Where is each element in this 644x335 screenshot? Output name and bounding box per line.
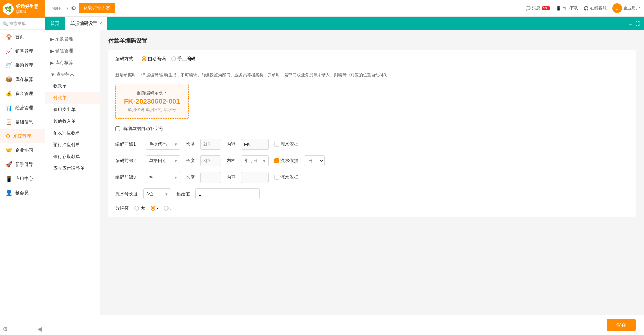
sidebar-item-purchase[interactable]: 🛒 采购管理 [0, 58, 45, 72]
serial-length-value: 3位 [146, 191, 153, 197]
logo-icon: 🌿 [3, 3, 14, 15]
separator-label: 分隔符 [115, 205, 129, 211]
side-nav-receipt[interactable]: 收款单 [45, 80, 100, 92]
prefix1-select[interactable]: 单据代码 ▾ [146, 139, 180, 150]
sep-none-radio[interactable] [134, 206, 139, 211]
prefix2-stream-label: 流水依据 [280, 158, 298, 164]
sep-dash-radio[interactable] [151, 206, 155, 211]
tab-bar: 首页 单据编码设置 × 🗕 ⛶ [45, 17, 644, 30]
tab-maximize-icon[interactable]: ⛶ [635, 21, 640, 26]
prefix2-select[interactable]: 单据日期 ▾ [146, 155, 180, 166]
auto-fill-checkbox[interactable] [115, 126, 120, 131]
preview-label: 当前编码示例： [124, 90, 180, 96]
side-nav-capital-title[interactable]: ▼ 资金往来 [45, 68, 100, 80]
sales-icon: 📈 [6, 48, 12, 54]
sidebar-item-home[interactable]: 🏠 首页 [0, 30, 45, 44]
side-nav-inventory-title[interactable]: ▶ 库存核算 [45, 57, 100, 68]
prefix2-day-select[interactable]: 日 月 年 [304, 155, 325, 166]
enterprise-icon: 🤝 [6, 147, 12, 153]
app-icon: 📱 [556, 6, 561, 11]
manual-encode-option[interactable]: 手工编码 [171, 56, 195, 62]
prefix3-select[interactable]: 空 ▾ [146, 172, 180, 183]
trial-button[interactable]: 体验行业方案 [79, 3, 115, 13]
user-info[interactable]: U 企业用户 [612, 3, 640, 13]
topbar-gear-icon[interactable]: ⚙ [71, 5, 76, 11]
manual-encode-label: 手工编码 [177, 56, 195, 62]
sep-dot-radio[interactable] [164, 206, 169, 211]
online-service-item[interactable]: 🎧 在线客服 [584, 5, 607, 11]
sidebar-item-enterprise[interactable]: 🤝 企业协同 [0, 143, 45, 157]
auto-encode-radio[interactable] [142, 56, 146, 61]
encode-method-row: 编码方式 自动编码 手工编码 [115, 56, 629, 66]
prefix2-content-select[interactable]: 年月日 ▾ [241, 155, 269, 166]
sidebar-item-label: 资金管理 [15, 91, 33, 97]
logo-text: 畅通好生意 搭配版 [16, 4, 38, 14]
prefix1-value: 单据代码 [149, 141, 167, 147]
app-download-item[interactable]: 📱 App下载 [556, 5, 578, 11]
prefix3-stream-checkbox[interactable] [274, 175, 279, 180]
serial-start-input[interactable] [195, 188, 260, 199]
prefix2-row: 编码前缀2 单据日期 ▾ 长度 8位 内容 年月日 ▾ ✓ [115, 155, 629, 166]
side-nav-prepaid-recv[interactable]: 预收冲应收单 [45, 127, 100, 139]
chevron-down-icon: ▼ [50, 72, 55, 77]
tab-home[interactable]: 首页 [45, 17, 65, 30]
encode-settings-card: 编码方式 自动编码 手工编码 [108, 50, 636, 217]
auto-encode-option[interactable]: 自动编码 [142, 56, 166, 62]
sep-dash-option[interactable]: - [151, 206, 158, 211]
manual-encode-radio[interactable] [171, 56, 176, 61]
side-nav-sales-title[interactable]: ▶ 销售管理 [45, 45, 100, 57]
tab-bar-actions: 🗕 ⛶ [628, 21, 644, 26]
sep-dot-option[interactable]: . [164, 206, 171, 211]
topbar-brand: Nare [49, 6, 64, 11]
side-nav-adjust[interactable]: 应收应付调整单 [45, 162, 100, 174]
sidebar-item-system[interactable]: ⚙ 系统管理 [0, 129, 45, 143]
sep-none-option[interactable]: 无 [134, 205, 145, 211]
serial-length-label: 流水号长度 [115, 191, 138, 197]
newguide-icon: 🚀 [6, 161, 12, 168]
finance-icon: 💰 [6, 90, 12, 97]
prefix3-stream: 流水依据 [274, 174, 298, 180]
sidebar-item-sales[interactable]: 📈 销售管理 [0, 44, 45, 58]
tab-encode-settings[interactable]: 单据编码设置 × [65, 17, 107, 30]
prefix1-stream-checkbox[interactable] [274, 142, 279, 147]
prefix3-stream-label: 流水依据 [280, 174, 298, 180]
prefix1-label: 编码前缀1 [115, 141, 140, 147]
side-nav-other-income[interactable]: 其他收入单 [45, 115, 100, 127]
search-menu[interactable]: 🔍 搜索菜单 [0, 18, 45, 30]
tab-minimize-icon[interactable]: 🗕 [628, 21, 633, 26]
avatar: U [612, 3, 622, 13]
collapse-icon[interactable]: ◀ [38, 326, 42, 332]
sidebar-item-operation[interactable]: 📊 经营管理 [0, 101, 45, 115]
purchase-icon: 🛒 [6, 62, 12, 68]
page-title: 付款单编码设置 [108, 37, 636, 45]
settings-footer-icon[interactable]: ⚙ [3, 326, 8, 332]
sidebar-nav: 🏠 首页 📈 销售管理 🛒 采购管理 📦 库存核算 💰 资金管理 📊 经营管理 … [0, 30, 45, 323]
sidebar-item-finance[interactable]: 💰 资金管理 [0, 86, 45, 101]
prefix1-len-label: 长度 [186, 141, 195, 147]
sep-none-label: 无 [141, 205, 145, 211]
message-badge-item[interactable]: 💬 消息 99+ [526, 5, 550, 11]
side-nav-group-sales: ▶ 销售管理 [45, 45, 100, 57]
sidebar-item-appcenter[interactable]: 📱 应用中心 [0, 171, 45, 186]
service-icon: 🎧 [584, 6, 589, 11]
operation-icon: 📊 [6, 104, 12, 111]
sidebar-item-inventory[interactable]: 📦 库存核算 [0, 72, 45, 86]
app-download-label: App下载 [563, 5, 578, 11]
side-nav-purchase-title[interactable]: ▶ 采购管理 [45, 33, 100, 45]
sidebar-item-label: 系统管理 [13, 133, 31, 139]
sidebar-item-basic[interactable]: 📋 基础信息 [0, 115, 45, 129]
prefix2-stream-checkbox[interactable]: ✓ [274, 158, 279, 163]
side-nav-prepaid-pay[interactable]: 预付冲应付单 [45, 139, 100, 151]
prefix1-stream: 流水依据 [274, 141, 298, 147]
save-button[interactable]: 保存 [607, 319, 636, 331]
side-nav-payment[interactable]: 付款单 [45, 92, 100, 104]
sidebar-item-newguide[interactable]: 🚀 新手引导 [0, 157, 45, 171]
serial-length-select[interactable]: 3位 ▾ [143, 188, 171, 199]
side-nav-expense[interactable]: 费用支出单 [45, 104, 100, 115]
tab-close-icon[interactable]: × [99, 21, 102, 26]
prefix3-content-value [241, 172, 269, 183]
side-nav-bank[interactable]: 银行存取款单 [45, 151, 100, 162]
side-nav-group-capital: ▼ 资金往来 收款单 付款单 费用支出单 其他收入单 预收冲应收单 预付冲应付单… [45, 68, 100, 174]
prefix1-stream-label: 流水依据 [280, 141, 298, 147]
sidebar-item-member[interactable]: 👤 畅会员 [0, 186, 45, 200]
